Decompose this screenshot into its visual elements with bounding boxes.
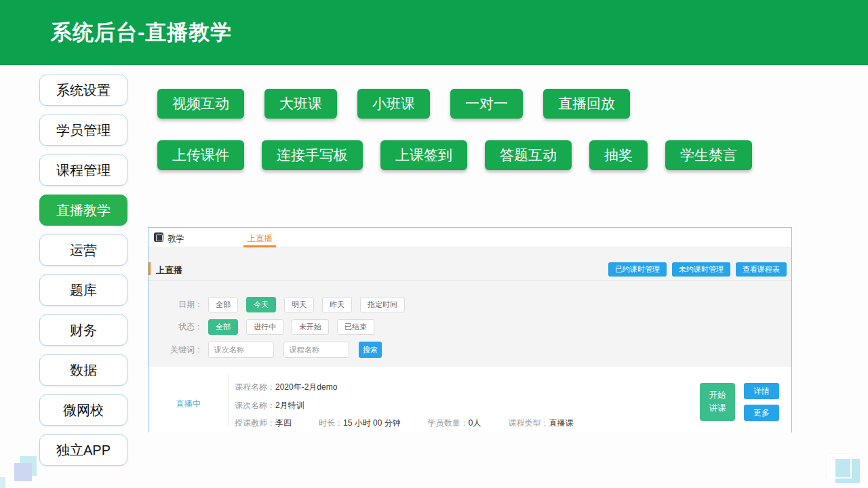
course-meta-line: 授课教师：李四 时长：15 小时 00 分钟 学员数量：0人 课程类型：直播课 bbox=[235, 418, 600, 429]
tab-live-streaming[interactable]: 上直播 bbox=[243, 233, 276, 245]
sidebar: 系统设置 学员管理 课程管理 直播教学 运营 题库 财务 数据 微网校 独立AP… bbox=[39, 75, 127, 466]
sidebar-item-finance[interactable]: 财务 bbox=[39, 314, 127, 346]
course-list: 直播中 课程名称：2020年-2月demo 课次名称：2月特训 授课教师：李四 … bbox=[149, 367, 791, 432]
live-status-badge: 直播中 bbox=[176, 399, 201, 410]
panel-filter-area: 上直播 已约课时管理 未约课时管理 查看课程表 日期： 全部 今天 明天 昨天 … bbox=[149, 247, 791, 367]
unbooked-hours-management-button[interactable]: 未约课时管理 bbox=[672, 262, 730, 277]
app-label: 教学 bbox=[167, 233, 184, 245]
section-actions: 已约课时管理 未约课时管理 查看课程表 bbox=[608, 262, 787, 277]
sidebar-item-micro-school[interactable]: 微网校 bbox=[39, 394, 127, 426]
feature-row-2: 上传课件 连接手写板 上课签到 答题互动 抽奖 学生禁言 bbox=[157, 140, 752, 170]
keyword-filter-row: 关键词： 搜索 bbox=[163, 342, 382, 358]
date-filter-label: 日期： bbox=[163, 299, 203, 310]
sidebar-item-data[interactable]: 数据 bbox=[39, 354, 127, 386]
status-filter-row: 状态： 全部 进行中 未开始 已结束 bbox=[163, 319, 382, 335]
start-teaching-line1: 开始 bbox=[709, 389, 726, 402]
students-field: 学员数量：0人 bbox=[428, 418, 481, 429]
feature-student-mute[interactable]: 学生禁言 bbox=[665, 140, 752, 170]
feature-video-interaction[interactable]: 视频互动 bbox=[157, 89, 244, 119]
tab-label: 上直播 bbox=[247, 234, 273, 243]
page-title: 系统后台-直播教学 bbox=[51, 18, 232, 47]
lesson-name-value: 2月特训 bbox=[275, 401, 304, 410]
duration-value: 15 小时 00 分钟 bbox=[343, 418, 401, 428]
sidebar-item-system-settings[interactable]: 系统设置 bbox=[39, 75, 127, 106]
header-bar: 系统后台-直播教学 bbox=[0, 0, 868, 65]
lesson-name-input[interactable] bbox=[208, 342, 274, 358]
students-value: 0人 bbox=[469, 418, 481, 428]
keyword-filter-label: 关键词： bbox=[163, 344, 203, 356]
feature-lottery[interactable]: 抽奖 bbox=[589, 140, 648, 170]
course-name-line: 课程名称：2020年-2月demo bbox=[235, 382, 337, 393]
lesson-name-label: 课次名称： bbox=[235, 401, 275, 410]
teacher-field: 授课教师：李四 bbox=[235, 418, 292, 429]
view-timetable-button[interactable]: 查看课程表 bbox=[736, 262, 787, 277]
duration-label: 时长： bbox=[319, 418, 343, 428]
course-name-value: 2020年-2月demo bbox=[275, 382, 337, 392]
course-type-label: 课程类型： bbox=[508, 418, 549, 428]
teacher-value: 李四 bbox=[275, 418, 292, 428]
page: 系统后台-直播教学 系统设置 学员管理 课程管理 直播教学 运营 题库 财务 数… bbox=[0, 0, 868, 488]
status-filter-label: 状态： bbox=[163, 321, 203, 333]
row-divider bbox=[228, 375, 229, 426]
duration-field: 时长：15 小时 00 分钟 bbox=[319, 418, 401, 429]
date-custom-chip[interactable]: 指定时间 bbox=[360, 297, 405, 312]
decor-square-lavender-left bbox=[14, 463, 32, 481]
feature-class-sign-in[interactable]: 上课签到 bbox=[380, 140, 467, 170]
status-ended-chip[interactable]: 已结束 bbox=[337, 319, 374, 335]
status-not-started-chip[interactable]: 未开始 bbox=[292, 319, 329, 335]
start-teaching-button[interactable]: 开始 讲课 bbox=[700, 383, 735, 421]
lesson-name-line: 课次名称：2月特训 bbox=[235, 400, 304, 411]
date-yesterday-chip[interactable]: 昨天 bbox=[322, 297, 352, 312]
feature-upload-courseware[interactable]: 上传课件 bbox=[157, 140, 244, 170]
section-accent-bar bbox=[149, 262, 151, 275]
admin-panel: 教学 上直播 上直播 已约课时管理 未约课时管理 查看课程表 日期： 全部 今天… bbox=[148, 227, 792, 432]
sidebar-item-operations[interactable]: 运营 bbox=[39, 235, 127, 266]
feature-buttons: 视频互动 大班课 小班课 一对一 直播回放 上传课件 连接手写板 上课签到 答题… bbox=[157, 89, 752, 170]
course-type-field: 课程类型：直播课 bbox=[508, 418, 573, 429]
clipboard-icon bbox=[154, 232, 163, 242]
course-name-label: 课程名称： bbox=[235, 382, 275, 392]
panel-topbar: 教学 上直播 bbox=[149, 228, 791, 247]
status-ongoing-chip[interactable]: 进行中 bbox=[246, 319, 283, 335]
course-name-input[interactable] bbox=[283, 342, 349, 358]
feature-one-on-one[interactable]: 一对一 bbox=[450, 89, 523, 119]
date-today-chip[interactable]: 今天 bbox=[246, 297, 276, 312]
feature-large-class[interactable]: 大班课 bbox=[264, 89, 337, 119]
feature-live-replay[interactable]: 直播回放 bbox=[543, 89, 630, 119]
sidebar-item-standalone-app[interactable]: 独立APP bbox=[39, 434, 127, 466]
date-all-chip[interactable]: 全部 bbox=[208, 297, 238, 312]
decor-square-white-right bbox=[827, 454, 852, 479]
status-all-chip[interactable]: 全部 bbox=[208, 319, 238, 335]
start-teaching-line2: 讲课 bbox=[709, 402, 726, 415]
date-tomorrow-chip[interactable]: 明天 bbox=[284, 297, 314, 312]
booked-hours-management-button[interactable]: 已约课时管理 bbox=[608, 262, 667, 277]
sidebar-item-question-bank[interactable]: 题库 bbox=[39, 274, 127, 306]
sidebar-item-course-management[interactable]: 课程管理 bbox=[39, 155, 127, 186]
feature-connect-writing-tablet[interactable]: 连接手写板 bbox=[262, 140, 363, 170]
section-divider bbox=[149, 280, 791, 281]
decor-square-edge-left bbox=[0, 477, 5, 488]
sidebar-item-live-teaching[interactable]: 直播教学 bbox=[39, 195, 127, 226]
more-button[interactable]: 更多 bbox=[744, 405, 779, 421]
feature-quiz-interaction[interactable]: 答题互动 bbox=[485, 140, 572, 170]
search-button[interactable]: 搜索 bbox=[359, 342, 382, 358]
feature-small-class[interactable]: 小班课 bbox=[357, 89, 430, 119]
feature-row-1: 视频互动 大班课 小班课 一对一 直播回放 bbox=[157, 89, 752, 119]
students-label: 学员数量： bbox=[428, 418, 469, 428]
date-filter-row: 日期： 全部 今天 明天 昨天 指定时间 bbox=[163, 297, 413, 312]
course-type-value: 直播课 bbox=[549, 418, 573, 428]
teacher-label: 授课教师： bbox=[235, 418, 275, 428]
section-title: 上直播 bbox=[156, 264, 182, 277]
sidebar-item-student-management[interactable]: 学员管理 bbox=[39, 115, 127, 146]
detail-button[interactable]: 详情 bbox=[744, 383, 779, 399]
